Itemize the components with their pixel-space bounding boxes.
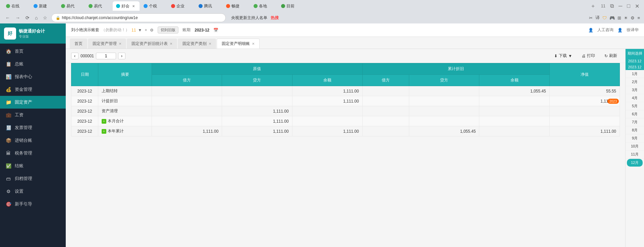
browser-tab-6[interactable]: 企业 bbox=[168, 1, 195, 11]
extension-icon[interactable]: 🛡 bbox=[602, 15, 607, 20]
user-name[interactable]: 徐译华 bbox=[627, 27, 639, 33]
main-body: ‹ 000001 › ⬇ 下载 ▼ 🖨 打印 bbox=[66, 49, 644, 247]
forward-button[interactable]: → bbox=[14, 14, 21, 21]
period-item-12月[interactable]: 12月 bbox=[627, 159, 643, 167]
prev-page-button[interactable]: ‹ bbox=[71, 53, 78, 59]
nav-icon-4: 📁 bbox=[5, 99, 11, 105]
settings-icon[interactable]: ⚙ bbox=[631, 15, 635, 20]
download-button[interactable]: ⬇ 下载 ▼ bbox=[551, 52, 575, 60]
nav-icon-10: 🗃 bbox=[5, 176, 11, 182]
translate-icon[interactable]: 译 bbox=[595, 15, 600, 21]
page-tab-label-2: 固定资产折旧统计表 bbox=[131, 41, 168, 47]
refresh-button[interactable]: ↻ 刷新 bbox=[602, 52, 620, 60]
page-tab-close-4[interactable]: ✕ bbox=[252, 42, 255, 46]
brightness-icon[interactable]: ☀ bbox=[624, 15, 628, 20]
close-window-button[interactable]: ✕ bbox=[633, 3, 641, 9]
page-tab-label-3: 固定资产类别 bbox=[182, 41, 207, 47]
address-input[interactable]: 🔒 https://cloud.chanjet.com/accounting/u… bbox=[51, 13, 226, 22]
page-tab-close-1[interactable]: ✕ bbox=[119, 42, 121, 46]
sidebar-item-固定资产[interactable]: 📁固定资产 bbox=[0, 96, 66, 109]
browser-tab-9[interactable]: 各地 bbox=[250, 1, 277, 11]
period-item-9月[interactable]: 9月 bbox=[626, 134, 644, 142]
period-item-6月[interactable]: 6月 bbox=[626, 110, 644, 118]
print-button[interactable]: 🖨 打印 bbox=[579, 52, 598, 60]
sidebar-item-归档管理[interactable]: 🗃归档管理 bbox=[0, 172, 66, 185]
bookmark-button[interactable]: ☆ bbox=[42, 14, 49, 21]
page-tab-3[interactable]: 固定资产类别✕ bbox=[178, 39, 216, 49]
page-input[interactable] bbox=[96, 53, 116, 59]
period-item-8月[interactable]: 8月 bbox=[626, 126, 644, 134]
sidebar-item-结账[interactable]: ✅结账 bbox=[0, 160, 66, 172]
browser-tab-7[interactable]: 腾讯 bbox=[195, 1, 222, 11]
sidebar-item-工资[interactable]: 💼工资 bbox=[0, 109, 66, 121]
period-item-4月[interactable]: 4月 bbox=[626, 94, 644, 102]
sidebar-item-发票管理[interactable]: 🧾发票管理 bbox=[0, 121, 66, 134]
browser-tab-3[interactable]: 易代 bbox=[85, 1, 112, 11]
sidebar-item-新手引导[interactable]: 🎯新手引导 bbox=[0, 198, 66, 210]
page-tab-0[interactable]: 首页 bbox=[70, 39, 87, 49]
nav-icon-0: 🏠 bbox=[5, 48, 11, 54]
browser-tab-2[interactable]: 易代 bbox=[58, 1, 85, 11]
service-label[interactable]: 人工咨询 bbox=[597, 27, 613, 33]
netvalue-header: 净值 bbox=[549, 63, 620, 86]
sidebar-item-设置[interactable]: ⚙设置 bbox=[0, 185, 66, 198]
period-item-10月[interactable]: 10月 bbox=[626, 142, 644, 150]
top-bar: 刘小艳演示账套 （勿删勿动！） 11 ▼ ＋ ⚙ 切到旧版 账期 2023-12… bbox=[66, 23, 644, 37]
sidebar-item-税务管理[interactable]: 🏛税务管理 bbox=[0, 147, 66, 160]
page-tab-4[interactable]: 固定资产明细账✕ bbox=[217, 39, 260, 49]
period-item-1月[interactable]: 1月 bbox=[626, 70, 644, 78]
page-tab-1[interactable]: 固定资产管理✕ bbox=[88, 39, 126, 49]
scissors-icon[interactable]: ✂ bbox=[589, 15, 593, 20]
home-button[interactable]: ⌂ bbox=[34, 14, 39, 21]
browser-tab-10[interactable]: 目前 bbox=[278, 1, 305, 11]
top-bar-right: 👤 人工咨询 👤 徐译华 bbox=[588, 27, 639, 33]
browser-tab-0[interactable]: 在线 bbox=[3, 1, 30, 11]
new-tab-button[interactable]: ＋ bbox=[588, 3, 598, 10]
back-button[interactable]: ← bbox=[4, 14, 11, 21]
page-tab-2[interactable]: 固定资产折旧统计表✕ bbox=[127, 39, 177, 49]
period-item-7月[interactable]: 7月 bbox=[626, 118, 644, 126]
browser-tab-8[interactable]: 畅捷 bbox=[223, 1, 250, 11]
row-leiji-balance bbox=[479, 96, 549, 106]
date-header: 日期 bbox=[71, 63, 98, 86]
refresh-icon: ↻ bbox=[604, 54, 608, 58]
browser-tab-1[interactable]: 新建 bbox=[30, 1, 57, 11]
grid-icon[interactable]: ⊞ bbox=[618, 15, 621, 20]
sidebar-item-进销台账[interactable]: 📦进销台账 bbox=[0, 134, 66, 147]
sidebar-item-报表中心[interactable]: 📊报表中心 bbox=[0, 70, 66, 83]
browser-chrome: 在线新建易代易代好会✕个税企业腾讯畅捷各地目前 ＋ 11 ⧉ ─ □ ✕ ← →… bbox=[0, 0, 644, 23]
browser-tab-4[interactable]: 好会✕ bbox=[113, 1, 140, 11]
sidebar-item-总账[interactable]: 📋总账 bbox=[0, 58, 66, 70]
row-yuanzhi-balance bbox=[292, 116, 362, 126]
hot-search-label[interactable]: 热搜 bbox=[271, 15, 279, 21]
reload-button[interactable]: ⟳ bbox=[24, 14, 31, 21]
period-item-11月[interactable]: 11月 bbox=[626, 150, 644, 159]
period-selected-end[interactable]: 2023.12 bbox=[626, 64, 644, 70]
minimize-button[interactable]: ─ bbox=[616, 3, 624, 9]
account-dropdown-icon[interactable]: ▼ bbox=[138, 28, 142, 33]
sidebar-item-资金管理[interactable]: 💰资金管理 bbox=[0, 83, 66, 96]
settings-small-icon[interactable]: ⚙ bbox=[150, 28, 154, 33]
row-summary: 上期结转 bbox=[98, 86, 152, 96]
period-selected-start[interactable]: 2023.12 bbox=[626, 58, 644, 64]
period-item-5月[interactable]: 5月 bbox=[626, 102, 644, 110]
leiji-credit-header: 贷方 bbox=[409, 75, 479, 86]
browser-tab-5[interactable]: 个税 bbox=[140, 1, 167, 11]
period-item-2月[interactable]: 2月 bbox=[626, 78, 644, 86]
download-label: 下载 bbox=[559, 53, 567, 59]
game-icon[interactable]: 🎮 bbox=[609, 15, 615, 20]
add-account-button[interactable]: ＋ bbox=[144, 27, 148, 33]
period-item-3月[interactable]: 3月 bbox=[626, 86, 644, 94]
calendar-icon[interactable]: 📅 bbox=[213, 28, 218, 33]
row-leiji-credit bbox=[409, 116, 479, 126]
sidebar-nav: 🏠首页📋总账📊报表中心💰资金管理📁固定资产💼工资🧾发票管理📦进销台账🏛税务管理✅… bbox=[0, 44, 66, 247]
maximize-button[interactable]: □ bbox=[625, 3, 632, 9]
page-tab-close-3[interactable]: ✕ bbox=[209, 42, 211, 46]
print-icon: 🖨 bbox=[582, 54, 586, 58]
next-page-button[interactable]: › bbox=[118, 53, 125, 59]
restore-window-button[interactable]: ⧉ bbox=[608, 3, 616, 9]
switch-version-button[interactable]: 切到旧版 bbox=[158, 26, 178, 34]
page-tab-close-2[interactable]: ✕ bbox=[170, 42, 172, 46]
menu-icon[interactable]: ≡ bbox=[637, 15, 640, 20]
sidebar-item-首页[interactable]: 🏠首页 bbox=[0, 45, 66, 58]
